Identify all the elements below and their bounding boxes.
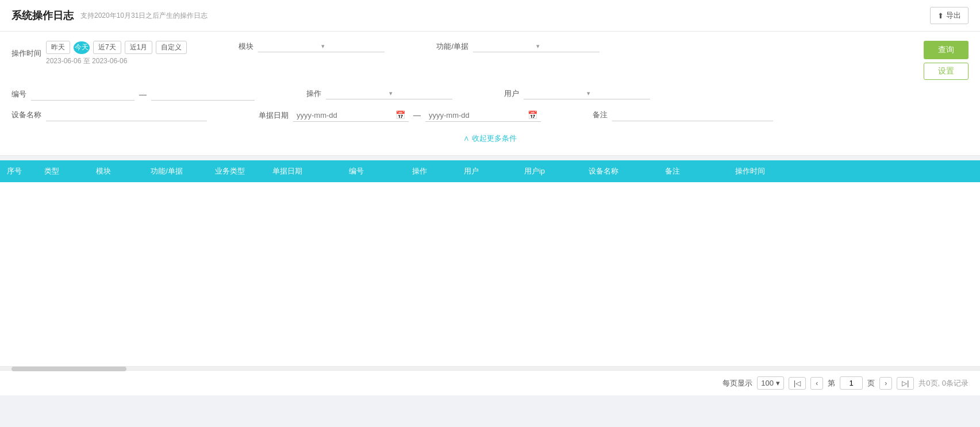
remark-label: 备注 [593, 110, 608, 120]
scrollbar-thumb[interactable] [11, 367, 126, 371]
date-start-wrap: 📅 [293, 109, 409, 122]
function-filter: 功能/单据 ▾ [436, 41, 599, 52]
export-label: 导出 [946, 10, 961, 21]
th-单据日期: 单据日期 [259, 160, 316, 182]
scrollbar-area[interactable] [0, 366, 980, 371]
date-filter: 单据日期 📅 — 📅 [259, 109, 541, 122]
time-btn-today[interactable]: 今天 [74, 41, 90, 54]
total-text: 共0页, 0条记录 [918, 378, 969, 388]
filter-area: 操作时间 昨天 今天 近7天 近1月 自定义 2023-06-06 至 2023… [0, 32, 980, 156]
operation-select[interactable]: ▾ [326, 88, 452, 99]
th-设备名称: 设备名称 [569, 160, 638, 182]
function-select[interactable]: ▾ [473, 41, 599, 52]
time-btn-yesterday[interactable]: 昨天 [46, 41, 70, 54]
filter-row-1: 操作时间 昨天 今天 近7天 近1月 自定义 2023-06-06 至 2023… [11, 41, 969, 80]
user-filter: 用户 ▾ [504, 88, 650, 99]
number-end-input[interactable] [151, 88, 255, 101]
table-container: 序号类型模块功能/单据业务类型单据日期编号操作用户用户ip设备名称备注操作时间 [0, 160, 980, 366]
time-btn-7days[interactable]: 近7天 [93, 41, 121, 54]
module-label: 模块 [239, 41, 253, 52]
export-icon: ⬆ [937, 11, 944, 20]
th-序号: 序号 [0, 160, 29, 182]
collapse-icon: ∧ [463, 134, 470, 143]
page-size-chevron-icon: ▾ [776, 379, 780, 387]
first-page-button[interactable]: |◁ [789, 377, 806, 390]
last-page-button[interactable]: ▷| [897, 377, 914, 390]
device-filter: 设备名称 [11, 109, 207, 121]
calendar-end-icon[interactable]: 📅 [528, 110, 537, 120]
th-模块: 模块 [75, 160, 132, 182]
th-业务类型: 业务类型 [201, 160, 259, 182]
page-header: 系统操作日志 支持2020年10月31日之后产生的操作日志 ⬆ 导出 [0, 0, 980, 32]
calendar-start-icon[interactable]: 📅 [395, 110, 405, 120]
time-btn-custom[interactable]: 自定义 [156, 41, 187, 54]
user-label: 用户 [504, 89, 519, 99]
number-filter: 编号 — [11, 88, 255, 101]
operation-filter: 操作 ▾ [306, 88, 452, 99]
collapse-bar[interactable]: ∧ 收起更多条件 [11, 130, 969, 149]
th-编号: 编号 [316, 160, 397, 182]
function-label: 功能/单据 [436, 41, 468, 52]
table-header: 序号类型模块功能/单据业务类型单据日期编号操作用户用户ip设备名称备注操作时间 [0, 160, 980, 182]
time-range-text: 2023-06-06 至 2023-06-06 [46, 56, 187, 66]
th-备注: 备注 [638, 160, 707, 182]
th-类型: 类型 [29, 160, 75, 182]
table-body [0, 182, 980, 366]
time-filter: 操作时间 昨天 今天 近7天 近1月 自定义 2023-06-06 至 2023… [11, 41, 187, 66]
number-label: 编号 [11, 89, 26, 99]
time-btn-1month[interactable]: 近1月 [125, 41, 153, 54]
th-用户ip: 用户ip [500, 160, 569, 182]
th-用户: 用户 [443, 160, 500, 182]
collapse-label: 收起更多条件 [472, 134, 517, 143]
date-end-input[interactable] [429, 111, 525, 120]
date-end-wrap: 📅 [425, 109, 541, 122]
page-size-label: 每页显示 [722, 378, 752, 388]
time-label: 操作时间 [11, 48, 41, 59]
device-label: 设备名称 [11, 110, 41, 120]
remark-input[interactable] [612, 109, 773, 121]
page-number-input[interactable] [840, 376, 863, 390]
pagination-bar: 每页显示 100 ▾ |◁ ‹ 第 页 › ▷| 共0页, 0条记录 [0, 371, 980, 395]
time-buttons: 昨天 今天 近7天 近1月 自定义 [46, 41, 187, 54]
settings-button[interactable]: 设置 [924, 63, 969, 80]
page-size-value: 100 [761, 379, 774, 387]
query-button[interactable]: 查询 [924, 41, 969, 59]
module-chevron-icon: ▾ [321, 43, 381, 50]
time-filter-group: 昨天 今天 近7天 近1月 自定义 2023-06-06 至 2023-06-0… [46, 41, 187, 66]
page-label: 第 [828, 378, 835, 388]
page-subtitle: 支持2020年10月31日之后产生的操作日志 [80, 11, 207, 21]
th-功能/单据: 功能/单据 [132, 160, 201, 182]
date-dash: — [413, 111, 421, 120]
function-chevron-icon: ▾ [536, 43, 596, 50]
th-操作: 操作 [397, 160, 443, 182]
operation-label: 操作 [306, 89, 321, 99]
user-chevron-icon: ▾ [587, 90, 647, 97]
prev-page-button[interactable]: ‹ [810, 377, 823, 390]
th-操作时间: 操作时间 [707, 160, 793, 182]
date-label: 单据日期 [259, 110, 289, 121]
user-select[interactable]: ▾ [524, 88, 650, 99]
device-input[interactable] [46, 109, 207, 121]
export-button[interactable]: ⬆ 导出 [930, 7, 969, 24]
date-start-input[interactable] [297, 111, 393, 120]
page-unit: 页 [867, 378, 875, 388]
action-buttons: 查询 设置 [924, 41, 969, 80]
page-title: 系统操作日志 [11, 9, 74, 22]
number-dash: — [139, 90, 147, 99]
remark-filter: 备注 [593, 109, 773, 121]
module-select[interactable]: ▾ [258, 41, 385, 52]
module-filter: 模块 ▾ [239, 41, 385, 52]
page-size-select[interactable]: 100 ▾ [757, 376, 784, 390]
operation-chevron-icon: ▾ [389, 90, 449, 97]
filter-row-3: 设备名称 单据日期 📅 — 📅 备注 [11, 109, 969, 122]
filter-row-2: 编号 — 操作 ▾ 用户 ▾ [11, 88, 969, 101]
next-page-button[interactable]: › [879, 377, 892, 390]
number-start-input[interactable] [31, 88, 134, 101]
